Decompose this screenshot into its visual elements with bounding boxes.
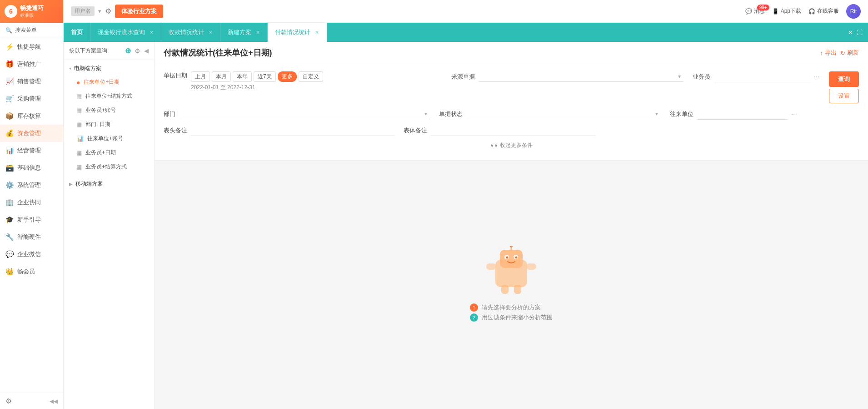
tab-payment-stats-close[interactable]: ✕ — [315, 30, 319, 35]
staff-input[interactable] — [714, 71, 810, 82]
tab-close-all-icon[interactable]: ✕ — [848, 29, 853, 36]
tab-bank-flow-close[interactable]: ✕ — [150, 30, 154, 35]
app-download-area[interactable]: 📱 App下载 — [772, 7, 801, 15]
topbar-dropdown-icon[interactable]: ▾ — [98, 8, 101, 15]
tab-payment-stats-label: 付款情况统计 — [275, 28, 310, 36]
guide-icon: 🎓 — [5, 216, 14, 224]
schema-item-staff-account[interactable]: ▦ 业务员+账号 — [64, 103, 154, 117]
schema-item-unit-account[interactable]: 📊 往来单位+账号 — [64, 131, 154, 146]
left-panel-title: 按以下方案查询 — [69, 47, 107, 55]
refresh-btn[interactable]: ↻ 刷新 — [840, 49, 859, 57]
sidebar-item-label: 企业协同 — [17, 198, 41, 207]
tab-receipt-stats-close[interactable]: ✕ — [209, 30, 213, 35]
header-note-input[interactable] — [191, 125, 394, 136]
schema-item-label: 部门+日期 — [85, 121, 110, 128]
schema-settings-icon[interactable]: ⚙ — [135, 47, 140, 55]
trial-btn[interactable]: 体验行业方案 — [115, 5, 163, 18]
tab-expand-icon[interactable]: ⛶ — [857, 29, 863, 36]
schema-item-staff-settle[interactable]: ▦ 业务员+结算方式 — [64, 160, 154, 174]
wechat-icon: 💬 — [5, 250, 14, 258]
quick-nav-icon: ⚡ — [5, 43, 14, 51]
sidebar-item-label: 库存核算 — [17, 112, 41, 120]
date-options: 上月 本月 本年 近7天 更多 自定义 2022-01-01 至 2022-12… — [191, 71, 323, 91]
tab-new-schema-close[interactable]: ✕ — [256, 30, 260, 35]
search-menu[interactable]: 🔍 搜索菜单 — [0, 23, 63, 38]
sidebar-item-hardware[interactable]: 🔧 智能硬件 — [0, 228, 63, 246]
topbar-gear-icon[interactable]: ⚙ — [105, 7, 111, 15]
sidebar-item-basic[interactable]: 🗃️ 基础信息 — [0, 159, 63, 177]
messages-area[interactable]: 💬 消息 99+ — [745, 7, 765, 15]
dept-select[interactable]: ▾ — [179, 109, 430, 119]
sidebar-item-quick-nav[interactable]: ⚡ 快捷导航 — [0, 38, 63, 56]
sidebar-item-system[interactable]: ⚙️ 系统管理 — [0, 177, 63, 194]
tab-new-schema-label: 新建方案 — [228, 28, 251, 36]
tab-payment-stats[interactable]: 付款情况统计 ✕ — [268, 23, 327, 42]
staff-dots-btn[interactable]: ··· — [814, 73, 820, 81]
panel-collapse-icon[interactable]: ◀ — [144, 47, 149, 54]
source-label: 来源单据 — [451, 73, 475, 81]
body-note-input[interactable] — [431, 125, 596, 136]
sidebar-item-label: 新手引导 — [17, 216, 41, 224]
sidebar-item-member[interactable]: 👑 畅会员 — [0, 263, 63, 280]
sidebar-item-sales[interactable]: 📈 销售管理 — [0, 73, 63, 90]
online-service-area[interactable]: 🎧 在线客服 — [808, 7, 839, 15]
app-download-icon: 📱 — [772, 8, 779, 15]
sidebar-item-guide[interactable]: 🎓 新手引导 — [0, 211, 63, 228]
tab-bank-flow[interactable]: 现金银行流水查询 ✕ — [90, 23, 161, 42]
settings-btn[interactable]: 设置 — [829, 89, 859, 103]
sidebar-nav: ⚡ 快捷导航 🎁 营销推广 📈 销售管理 🛒 采购管理 📦 库存核算 💰 资金管… — [0, 38, 63, 393]
user-area: 用户名 — [71, 6, 95, 16]
footer-settings-icon[interactable]: ⚙ — [5, 397, 12, 405]
schema-item-unit-date[interactable]: ● 往来单位+日期 — [64, 75, 154, 89]
date-btn-last-7days[interactable]: 近7天 — [254, 71, 276, 82]
counterpart-input[interactable] — [697, 109, 788, 120]
sidebar-item-inventory[interactable]: 📦 库存核算 — [0, 107, 63, 125]
counterpart-label: 往来单位 — [670, 110, 693, 118]
date-btn-last-month[interactable]: 上月 — [191, 71, 210, 82]
sidebar-item-wechat[interactable]: 💬 企业微信 — [0, 246, 63, 263]
sidebar-item-enterprise[interactable]: 🏢 企业协同 — [0, 194, 63, 211]
export-icon: ↑ — [820, 50, 823, 56]
sidebar-item-purchase[interactable]: 🛒 采购管理 — [0, 90, 63, 107]
hint-item-1: 1 请先选择要分析的方案 — [470, 303, 553, 312]
docstatus-select[interactable]: ▾ — [466, 109, 661, 119]
mobile-group-title[interactable]: ▶ 移动端方案 — [64, 177, 154, 191]
mobile-group-arrow: ▶ — [69, 182, 73, 187]
sidebar-item-label: 系统管理 — [17, 181, 41, 189]
date-btn-custom[interactable]: 自定义 — [299, 71, 323, 82]
footer-collapse-icon[interactable]: ◀◀ — [50, 398, 58, 404]
source-select[interactable]: ▾ — [479, 71, 683, 82]
collapse-more-btn[interactable]: ∧∧ 收起更多条件 — [164, 138, 859, 153]
action-btns: 查询 设置 — [829, 71, 859, 103]
date-btn-this-month[interactable]: 本月 — [212, 71, 231, 82]
left-panel-actions: ⊕ ⚙ ◀ — [125, 46, 149, 55]
schema-item-label: 业务员+日期 — [85, 149, 116, 157]
source-arrow-icon: ▾ — [678, 73, 681, 80]
filter-row-2: 部门 ▾ 单据状态 ▾ 往来单位 — [164, 109, 859, 120]
query-btn[interactable]: 查询 — [829, 71, 859, 87]
date-btn-more[interactable]: 更多 — [278, 71, 297, 82]
schema-item-staff-date[interactable]: ▦ 业务员+日期 — [64, 146, 154, 160]
date-btn-this-year[interactable]: 本年 — [233, 71, 252, 82]
app-name: 畅捷通巧 — [20, 4, 44, 12]
robot-svg — [484, 246, 539, 296]
sidebar-item-operation[interactable]: 📊 经营管理 — [0, 142, 63, 159]
sidebar-item-marketing[interactable]: 🎁 营销推广 — [0, 56, 63, 73]
refresh-icon: ↻ — [840, 50, 845, 56]
pc-group-title[interactable]: ▾ 电脑端方案 — [64, 62, 154, 75]
sidebar-item-finance[interactable]: 💰 资金管理 — [0, 125, 63, 142]
counterpart-dots-btn[interactable]: ··· — [791, 110, 797, 118]
date-range: 2022-01-01 至 2022-12-31 — [191, 84, 323, 91]
export-label: 导出 — [825, 49, 837, 57]
svg-point-5 — [515, 257, 518, 259]
schema-item-unit-settle[interactable]: ▦ 往来单位+结算方式 — [64, 89, 154, 103]
tab-receipt-stats[interactable]: 收款情况统计 ✕ — [161, 23, 220, 42]
tab-new-schema[interactable]: 新建方案 ✕ — [220, 23, 268, 42]
add-schema-icon[interactable]: ⊕ — [125, 46, 131, 55]
schema-item-dept-date[interactable]: ▦ 部门+日期 — [64, 117, 154, 131]
tab-home[interactable]: 首页 — [64, 23, 90, 42]
messages-badge: 99+ — [757, 5, 769, 10]
export-btn[interactable]: ↑ 导出 — [820, 49, 837, 57]
sidebar: 6 畅捷通巧 标准版 🔍 搜索菜单 ⚡ 快捷导航 🎁 营销推广 📈 销售管理 🛒… — [0, 0, 64, 409]
user-avatar[interactable]: Rit — [846, 4, 861, 19]
